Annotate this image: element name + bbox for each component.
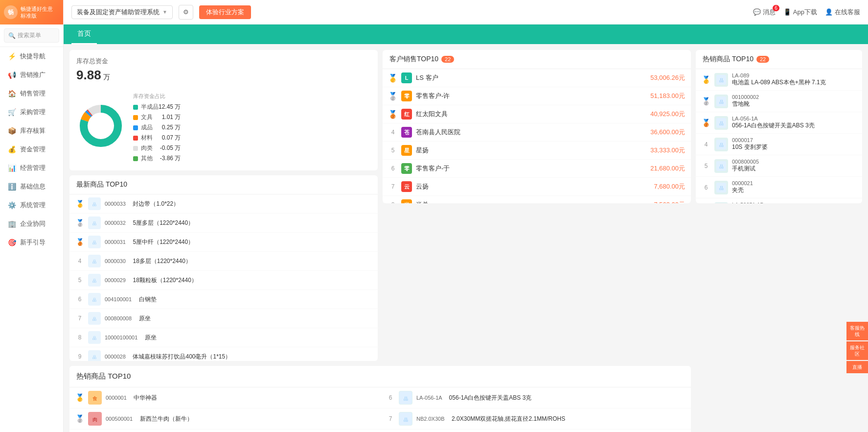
medal-icon: 🥈 <box>75 219 84 227</box>
newest-products-list: 🥇 品 0000033 封边带（1.0*22） 🥈 品 <box>69 194 378 361</box>
product-thumb: 食 <box>88 391 102 405</box>
app-download-button[interactable]: 📱 App下载 <box>783 8 817 17</box>
product-thumb: 品 <box>88 236 101 248</box>
hot-products-right-card: 热销商品 TOP10 22 🥇 品 LA-089 电池盖 LA-089 ABS本… <box>696 50 862 203</box>
purchase-icon: 🛒 <box>7 108 16 117</box>
newest-products-title: 最新商品 TOP10 <box>76 180 127 189</box>
customer-tag: 苍 <box>401 127 412 138</box>
topbar: 装备及固定资产辅助管理系统 ▼ ⚙ 体验行业方案 💬 消息 6 📱 App下载 … <box>64 0 868 24</box>
table-row: 4 品 0000030 18多层（1220*2440） <box>69 252 378 271</box>
customer-amount: 36,600.00元 <box>650 128 685 137</box>
product-info: 001000002 雪地靴 <box>732 94 856 108</box>
float-service: 客服热线 服务社区 直播 <box>846 322 868 373</box>
sidebar-item-sales[interactable]: 🏠 销售管理 <box>0 84 63 103</box>
customer-name: 红太阳文具 <box>416 110 646 119</box>
product-thumb: 品 <box>714 159 728 173</box>
customer-name: LS 客户 <box>416 73 646 82</box>
search-menu-button[interactable]: 🔍 搜索菜单 <box>4 28 59 43</box>
home-tab[interactable]: 首页 <box>71 24 97 44</box>
customer-amount: 53,006.26元 <box>650 73 685 82</box>
table-row: 5 品 000800005 手机测试 <box>696 155 862 177</box>
customer-hotline-button[interactable]: 客服热线 <box>846 322 868 340</box>
product-thumb: 品 <box>88 331 101 344</box>
trial-button[interactable]: 体验行业方案 <box>199 5 251 19</box>
hot-sales-grid: 🥇 食 0000001 中华神器 🥈 肉 <box>69 387 691 432</box>
svg-text:品: 品 <box>92 260 96 264</box>
sidebar-item-marketing[interactable]: 📢 营销推广 <box>0 66 63 84</box>
rank-number: 4 <box>388 129 397 136</box>
table-row: 🥉 里 0000002 智利车子里（规格不知道填什么） <box>69 430 380 432</box>
sidebar-item-purchase[interactable]: 🛒 采购管理 <box>0 103 63 121</box>
product-info: 0000029 18颗粒板（1220*2440） <box>105 276 372 285</box>
table-row: 🥈 肉 000500001 新西兰牛肉（新牛） <box>69 408 380 430</box>
newest-products-card: 最新商品 TOP10 🥇 品 0000033 封边带（1.0*22） <box>69 175 378 361</box>
table-row: 7 品 000800008 原坐 <box>69 309 378 328</box>
legend-item-meat: 肉类 -0.05 万 <box>133 143 181 153</box>
product-thumb: 品 <box>88 274 101 287</box>
table-row: 🥇 品 LA-089 电池盖 LA-089 ABS本色+黑种 7.1克 <box>696 69 862 91</box>
table-row: 8 品 0000011 12070519-xs <box>380 430 691 432</box>
medal-icon: 🥇 <box>75 393 84 402</box>
svg-text:品: 品 <box>719 164 724 169</box>
table-row: 7 品 LA-59651-1B 59651-1B旋转投影灯电池盒ABS黑色+58… <box>696 198 862 203</box>
rank-number: 6 <box>702 184 710 191</box>
finance-icon: 💰 <box>7 145 16 154</box>
rank-number: 8 <box>388 201 397 203</box>
search-icon: 🔍 <box>8 32 16 39</box>
product-thumb: 肉 <box>88 412 102 426</box>
product-info: 0000028 体城嘉枝味苏打饮品400毫升（1*15） <box>105 353 372 361</box>
product-info: 0000033 封边带（1.0*22） <box>105 200 372 208</box>
product-thumb: 品 <box>714 95 728 108</box>
rank-number: 7 <box>75 315 84 322</box>
sidebar-item-system[interactable]: ⚙️ 系统管理 <box>0 196 63 215</box>
table-row: 🥇 食 0000001 中华神器 <box>69 387 380 408</box>
live-button[interactable]: 直播 <box>846 361 868 373</box>
legend-item-stationery: 文具 1.01 万 <box>133 112 181 122</box>
legend-item-semifinished: 半成品 12.45 万 <box>133 102 181 112</box>
rank-number: 4 <box>75 258 84 264</box>
svg-text:肉: 肉 <box>92 417 97 422</box>
sidebar-item-enterprise[interactable]: 🏢 企业协同 <box>0 215 63 233</box>
table-row: 7 云 云扬 7,680.00元 <box>383 178 691 196</box>
svg-text:品: 品 <box>719 78 724 83</box>
customer-ranking-title: 客户销售TOP10 <box>389 55 438 64</box>
rank-number: 6 <box>388 165 397 172</box>
sidebar: 畅 畅捷通好生意 标准版 🔍 搜索菜单 ⚡ 快捷导航 📢 营销推广 🏠 销售管理… <box>0 0 64 432</box>
table-row: 🥇 品 0000033 封边带（1.0*22） <box>69 194 378 214</box>
medal-icon: 🥉 <box>702 119 710 127</box>
product-info: 004100001 白钢垫 <box>105 295 372 304</box>
service-community-button[interactable]: 服务社区 <box>846 341 868 360</box>
main-area: 装备及固定资产辅助管理系统 ▼ ⚙ 体验行业方案 💬 消息 6 📱 App下载 … <box>64 0 868 432</box>
legend-item-other: 其他 -3.86 万 <box>133 153 181 164</box>
sidebar-item-basic-info[interactable]: ℹ️ 基础信息 <box>0 177 63 196</box>
table-row: 🥇 L LS 客户 53,006.26元 <box>383 69 691 87</box>
sidebar-item-inventory[interactable]: 📦 库存核算 <box>0 121 63 140</box>
online-service-button[interactable]: 👤 在线客服 <box>825 8 860 17</box>
rank-number: 5 <box>388 147 397 154</box>
product-thumb: 品 <box>88 350 101 361</box>
sidebar-item-operations[interactable]: 📊 经营管理 <box>0 159 63 177</box>
messages-button[interactable]: 💬 消息 6 <box>753 8 776 17</box>
sidebar-item-quick-nav[interactable]: ⚡ 快捷导航 <box>0 47 63 66</box>
svg-text:品: 品 <box>92 355 96 360</box>
customer-name: 肖总 <box>416 200 650 203</box>
logo-icon: 畅 <box>4 5 18 19</box>
svg-text:品: 品 <box>404 417 408 422</box>
hot-products-badge: 22 <box>756 56 769 63</box>
system-icon: ⚙️ <box>7 201 16 210</box>
customer-ranking-card: 客户销售TOP10 22 🥇 L LS 客户 53,006.26元 🥈 零 零售… <box>383 50 691 203</box>
product-info: NB2.0X30B 2.0X30MM双搓花轴,搓花直径2.1MM/ROHS <box>416 415 685 423</box>
sidebar-item-finance[interactable]: 💰 资金管理 <box>0 140 63 159</box>
sidebar-item-guide[interactable]: 🎯 新手引导 <box>0 233 63 252</box>
svg-text:品: 品 <box>92 202 96 207</box>
customer-tag: 零 <box>401 91 412 101</box>
svg-text:品: 品 <box>719 121 724 126</box>
rank-number: 7 <box>388 183 397 190</box>
table-row: 7 品 NB2.0X30B 2.0X30MM双搓花轴,搓花直径2.1MM/ROH… <box>380 408 691 430</box>
product-thumb: 品 <box>714 138 728 151</box>
settings-button[interactable]: ⚙ <box>179 5 193 20</box>
system-selector[interactable]: 装备及固定资产辅助管理系统 ▼ <box>71 5 173 19</box>
newest-products-header: 最新商品 TOP10 <box>69 175 378 194</box>
sidebar-nav: ⚡ 快捷导航 📢 营销推广 🏠 销售管理 🛒 采购管理 📦 库存核算 💰 资金管… <box>0 47 63 432</box>
marketing-icon: 📢 <box>7 71 16 79</box>
